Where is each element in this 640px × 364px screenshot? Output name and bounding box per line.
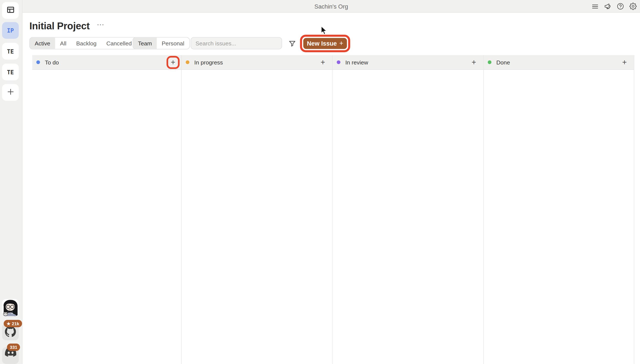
new-issue-label: New Issue (307, 40, 337, 47)
plus-icon: + (339, 40, 343, 48)
column-label: In review (345, 59, 368, 65)
github-icon (5, 326, 16, 340)
user-avatar[interactable] (2, 299, 19, 316)
menu-icon[interactable] (592, 2, 599, 10)
column-label: Done (496, 59, 510, 65)
plus-icon (6, 88, 14, 97)
plus-icon: + (171, 58, 175, 66)
scope-filter-tabs: Team Personal (132, 37, 190, 49)
column-header-in-review: In review + (333, 55, 483, 70)
workbench-button[interactable] (2, 2, 19, 19)
tab-team[interactable]: Team (133, 38, 157, 49)
kanban-board: To do + In progress + In review (32, 55, 634, 364)
star-icon: ★ (6, 321, 10, 326)
add-issue-in-progress-button[interactable]: + (318, 58, 327, 67)
tab-backlog[interactable]: Backlog (71, 38, 102, 49)
discord-members-count: 331 (10, 345, 17, 350)
workspace-initials: TE (7, 48, 14, 54)
status-dot-todo (36, 60, 40, 64)
column-header-in-progress: In progress + (182, 55, 332, 70)
project-more-button[interactable]: ··· (97, 21, 104, 28)
plus-icon: + (472, 58, 476, 66)
sidebar: IP TE TE (0, 0, 22, 364)
column-header-todo: To do + (32, 55, 182, 70)
column-label: To do (45, 59, 59, 65)
github-stars-badge: ★ 21k (4, 320, 22, 327)
status-dot-done (488, 60, 491, 64)
column-in-review: In review + (333, 55, 484, 364)
column-header-done: Done + (484, 55, 634, 70)
settings-icon[interactable] (629, 2, 636, 10)
sidebar-item-team-1[interactable]: TE (2, 43, 19, 60)
column-in-progress: In progress + (182, 55, 333, 364)
topbar: Sachin's Org (22, 0, 640, 13)
filter-funnel-icon[interactable] (288, 40, 296, 48)
search-input[interactable] (191, 37, 282, 49)
org-title: Sachin's Org (22, 0, 640, 13)
sidebar-item-initial-project[interactable]: IP (2, 22, 19, 39)
column-todo: To do + (32, 55, 182, 364)
app-window: IP TE TE (0, 0, 640, 364)
status-dot-in-review (337, 60, 340, 64)
layout-grid-icon (6, 5, 16, 16)
github-stars-count: 21k (12, 321, 19, 326)
sidebar-item-team-2[interactable]: TE (2, 64, 19, 80)
help-icon[interactable] (617, 2, 624, 10)
tab-all[interactable]: All (55, 38, 71, 49)
tab-personal[interactable]: Personal (157, 38, 189, 49)
tab-active[interactable]: Active (30, 38, 55, 49)
workspace-initials: TE (7, 69, 14, 75)
column-done: Done + (484, 55, 634, 364)
add-workspace-button[interactable] (2, 84, 19, 101)
workspace-initials: IP (7, 27, 14, 34)
status-filter-tabs: Active All Backlog Cancelled (29, 37, 137, 49)
plus-icon: + (321, 58, 325, 66)
add-issue-done-button[interactable]: + (620, 58, 629, 67)
mouse-cursor (320, 26, 328, 37)
column-label: In progress (194, 59, 223, 65)
annotation-highlight-new-issue: New Issue + (300, 35, 350, 52)
discord-members-badge: 331 (7, 344, 20, 351)
announcements-icon[interactable] (604, 2, 611, 10)
add-issue-in-review-button[interactable]: + (469, 58, 478, 67)
page-title: Initial Project (29, 20, 90, 32)
status-dot-in-progress (186, 60, 189, 64)
plus-icon: + (622, 58, 627, 66)
tab-cancelled[interactable]: Cancelled (102, 38, 137, 49)
annotation-highlight-add-todo: + (166, 56, 180, 69)
new-issue-button[interactable]: New Issue + (303, 38, 347, 49)
add-issue-todo-button[interactable]: + (168, 58, 178, 67)
